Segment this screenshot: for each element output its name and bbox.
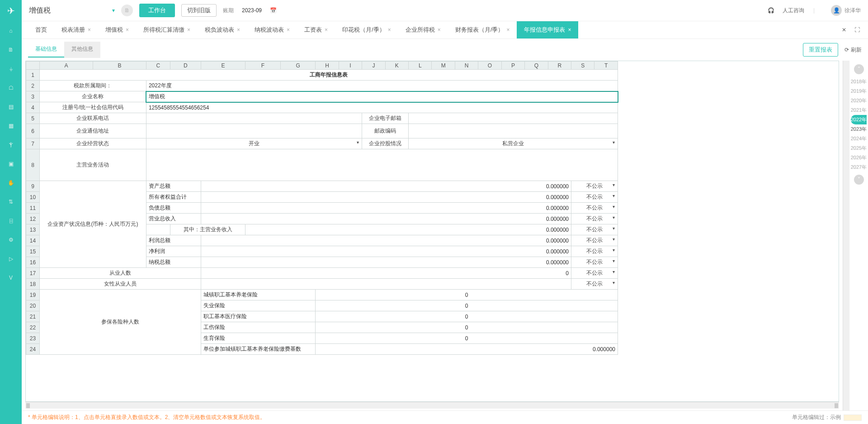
row-header[interactable]: 4 (26, 102, 40, 113)
cell[interactable]: 0.000000 (201, 203, 571, 214)
cell[interactable]: 0.000000 (201, 181, 571, 192)
col-header[interactable]: O (478, 62, 501, 70)
close-icon[interactable]: × (325, 27, 328, 33)
col-header[interactable]: D (170, 62, 201, 70)
close-icon[interactable]: × (438, 27, 441, 33)
workspace-button[interactable]: 工作台 (139, 4, 175, 17)
cell[interactable]: 0.000000 (201, 214, 571, 224)
sub-tab-other[interactable]: 其他信息 (64, 42, 100, 57)
cell[interactable]: 0.000000 (201, 192, 571, 203)
tab-税负波动表[interactable]: 税负波动表× (198, 21, 247, 38)
close-icon[interactable]: × (237, 27, 240, 33)
cell[interactable]: 不公示 (571, 235, 618, 246)
tab-所得税汇算清缴[interactable]: 所得税汇算清缴× (136, 21, 198, 38)
spreadsheet[interactable]: ABCDEFGHIJKLMNOPQRST 1工商年报信息表2税款所属期间：202… (25, 61, 839, 402)
hand-icon[interactable]: ✋ (6, 178, 15, 187)
cell[interactable]: 私营企业 (409, 138, 618, 149)
reset-button[interactable]: 重置报表 (803, 43, 838, 57)
calendar-icon[interactable]: 📅 (270, 7, 277, 14)
row-header[interactable]: 8 (26, 149, 40, 181)
inbox-icon[interactable]: ⌸ (6, 216, 15, 225)
cell[interactable]: 不公示 (571, 203, 618, 214)
headset-icon[interactable]: 🎧 (768, 7, 774, 14)
col-header[interactable]: F (245, 62, 281, 70)
close-icon[interactable]: × (126, 27, 129, 33)
pillar-icon[interactable]: Ⲯ (6, 140, 15, 149)
year-2019年[interactable]: 2019年 (851, 86, 867, 96)
close-icon[interactable]: × (88, 27, 91, 33)
cell[interactable]: 不公示 (571, 181, 618, 192)
cell[interactable]: 不公示 (571, 268, 618, 279)
col-header[interactable] (26, 62, 40, 70)
year-2021年[interactable]: 2021年 (851, 105, 867, 115)
row-header[interactable]: 10 (26, 192, 40, 203)
cell[interactable]: 0.000000 (245, 224, 571, 235)
cell[interactable]: 不公示 (571, 257, 618, 268)
horizontal-scrollbar[interactable] (25, 402, 839, 409)
col-header[interactable]: B (93, 62, 146, 70)
period-value[interactable]: 2022年度 (146, 81, 618, 91)
calc-icon[interactable]: ▦ (6, 121, 15, 130)
tab-财务报表（月/季）[interactable]: 财务报表（月/季）× (448, 21, 517, 38)
cell[interactable]: 0 (316, 311, 618, 322)
row-header[interactable]: 13 (26, 224, 40, 235)
close-tab-icon[interactable]: ✕ (840, 25, 848, 35)
bag-icon[interactable]: ☖ (6, 83, 15, 92)
year-2022年[interactable]: 2022年 (851, 115, 867, 124)
col-header[interactable]: A (40, 62, 93, 70)
row-header[interactable]: 14 (26, 235, 40, 246)
cell[interactable]: 不公示 (571, 224, 618, 235)
cell[interactable]: 开业 (146, 138, 362, 149)
support-link[interactable]: 人工咨询 (783, 7, 804, 14)
col-header[interactable]: E (201, 62, 245, 70)
col-header[interactable]: M (432, 62, 455, 70)
cell[interactable]: 0 (201, 268, 571, 279)
tab-纳税波动表[interactable]: 纳税波动表× (247, 21, 297, 38)
tab-年报信息申报表[interactable]: 年报信息申报表× (517, 21, 578, 38)
tab-印花税（月/季）[interactable]: 印花税（月/季）× (335, 21, 398, 38)
row-header[interactable]: 9 (26, 181, 40, 192)
cell[interactable] (409, 124, 618, 138)
col-header[interactable]: K (385, 62, 408, 70)
cell[interactable]: 0.000000 (201, 246, 571, 257)
close-icon[interactable]: × (568, 27, 571, 33)
close-icon[interactable]: × (287, 27, 290, 33)
row-header[interactable]: 23 (26, 333, 40, 344)
col-header[interactable]: C (146, 62, 170, 70)
row-header[interactable]: 20 (26, 300, 40, 311)
row-header[interactable]: 22 (26, 322, 40, 333)
cell[interactable] (201, 279, 571, 290)
grid-icon[interactable]: ▣ (6, 159, 15, 168)
col-header[interactable]: T (594, 62, 618, 70)
col-header[interactable]: L (409, 62, 432, 70)
row-header[interactable]: 7 (26, 138, 40, 149)
vertical-scrollbar[interactable] (843, 61, 849, 410)
col-header[interactable]: I (339, 62, 362, 70)
row-header[interactable]: 12 (26, 214, 40, 224)
cell[interactable]: 不公示 (571, 192, 618, 203)
clipboard-icon[interactable]: ▤ (6, 102, 15, 111)
row-header[interactable]: 1 (26, 70, 40, 81)
cell[interactable]: 不公示 (571, 279, 618, 290)
row-header[interactable]: 11 (26, 203, 40, 214)
sub-tab-basic[interactable]: 基础信息 (28, 42, 64, 57)
year-2023年[interactable]: 2023年 (851, 124, 867, 134)
home-icon[interactable]: ⌂ (6, 26, 15, 35)
col-header[interactable]: G (280, 62, 316, 70)
row-header[interactable]: 17 (26, 268, 40, 279)
company-name-cell[interactable]: 增值税 (146, 91, 618, 102)
cell[interactable]: 0 (316, 333, 618, 344)
year-2020年[interactable]: 2020年 (851, 96, 867, 105)
cell[interactable]: 不公示 (571, 246, 618, 257)
user-menu[interactable]: 👤 徐泽华 (831, 5, 861, 16)
col-header[interactable]: J (362, 62, 385, 70)
cell[interactable]: 0.000000 (201, 235, 571, 246)
cell[interactable]: 0 (316, 290, 618, 300)
cell[interactable] (146, 224, 170, 235)
year-down-icon[interactable]: ˅ (854, 175, 864, 185)
refresh-button[interactable]: ⟳ 刷新 (844, 46, 862, 54)
row-header[interactable]: 24 (26, 344, 40, 355)
row-header[interactable]: 18 (26, 279, 40, 290)
cell[interactable]: 0 (316, 300, 618, 311)
row-header[interactable]: 16 (26, 257, 40, 268)
